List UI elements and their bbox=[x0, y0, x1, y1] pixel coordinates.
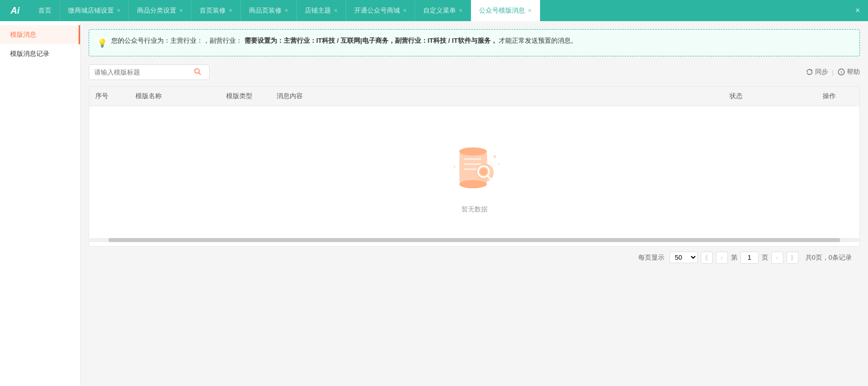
empty-illustration bbox=[444, 136, 505, 197]
tab-product-deco[interactable]: 商品页装修 × bbox=[241, 0, 297, 21]
main-layout: 模版消息 模版消息记录 💡 您的公众号行业为：主营行业：，副营行业： 需要设置为… bbox=[0, 21, 868, 386]
scroll-thumb[interactable] bbox=[108, 238, 840, 242]
table-header: 序号 模版名称 模版类型 消息内容 状态 操作 bbox=[89, 87, 859, 106]
page-suffix: 页 bbox=[762, 253, 768, 262]
close-tab-template-msg[interactable]: × bbox=[528, 7, 531, 14]
page-total: 共0页，0条记录 bbox=[806, 253, 852, 262]
svg-point-17 bbox=[453, 165, 455, 168]
first-page-button[interactable]: ⟪ bbox=[701, 252, 713, 264]
th-name: 模版名称 bbox=[129, 87, 220, 106]
search-button[interactable] bbox=[190, 65, 205, 80]
tab-open-mall[interactable]: 开通公众号商城 × bbox=[346, 0, 415, 21]
logo-text: Ai bbox=[11, 6, 20, 16]
th-content: 消息内容 bbox=[271, 87, 723, 106]
close-tab-home-deco[interactable]: × bbox=[229, 7, 232, 14]
close-tab-product-cat[interactable]: × bbox=[179, 7, 183, 14]
svg-point-6 bbox=[459, 147, 487, 156]
notice-icon: 💡 bbox=[97, 37, 107, 50]
pagination: 每页显示 50 10 20 100 ⟪ ‹ 第 页 › ⟫ 共0页，0条记录 bbox=[89, 247, 860, 269]
close-all-button[interactable]: × bbox=[847, 6, 868, 15]
tab-home[interactable]: 首页 bbox=[30, 0, 60, 21]
sidebar: 模版消息 模版消息记录 bbox=[0, 21, 81, 386]
sidebar-item-template-message[interactable]: 模版消息 bbox=[0, 25, 80, 44]
tab-template-msg[interactable]: 公众号模版消息 × bbox=[471, 0, 540, 21]
page-input[interactable] bbox=[741, 252, 759, 264]
page-label: 第 bbox=[731, 253, 738, 262]
close-tab-open-mall[interactable]: × bbox=[403, 7, 407, 14]
svg-text:?: ? bbox=[840, 70, 843, 75]
horizontal-scrollbar[interactable] bbox=[89, 238, 859, 242]
search-bar: 同步 | ? 帮助 bbox=[89, 64, 860, 80]
th-seq: 序号 bbox=[89, 87, 129, 106]
close-tab-product-deco[interactable]: × bbox=[285, 7, 288, 14]
svg-point-16 bbox=[498, 163, 500, 165]
table-wrapper: 序号 模版名称 模版类型 消息内容 状态 操作 bbox=[89, 86, 860, 247]
content-area: 💡 您的公众号行业为：主营行业：，副营行业： 需要设置为：主营行业：IT科技 /… bbox=[81, 21, 868, 386]
tab-custom-menu[interactable]: 自定义菜单 × bbox=[415, 0, 471, 21]
th-status: 状态 bbox=[723, 87, 799, 106]
prev-page-button[interactable]: ‹ bbox=[716, 252, 728, 264]
toolbar-right: 同步 | ? 帮助 bbox=[806, 67, 860, 76]
tab-product-cat[interactable]: 商品分类设置 × bbox=[129, 0, 191, 21]
sync-icon bbox=[806, 68, 813, 75]
tab-bar: Ai 首页 微商城店铺设置 × 商品分类设置 × 首页装修 × 商品页装修 × … bbox=[0, 0, 868, 21]
empty-text: 暂无数据 bbox=[461, 205, 488, 214]
th-type: 模版类型 bbox=[220, 87, 271, 106]
svg-line-1 bbox=[199, 72, 201, 74]
close-tab-shop-theme[interactable]: × bbox=[334, 7, 338, 14]
page-size-select[interactable]: 50 10 20 100 bbox=[670, 252, 698, 263]
close-tab-custom-menu[interactable]: × bbox=[459, 7, 462, 14]
close-tab-wechat-shop[interactable]: × bbox=[117, 7, 120, 14]
next-page-button[interactable]: › bbox=[771, 252, 783, 264]
notice-box: 💡 您的公众号行业为：主营行业：，副营行业： 需要设置为：主营行业：IT科技 /… bbox=[89, 29, 860, 56]
tab-shop-theme[interactable]: 店铺主题 × bbox=[297, 0, 346, 21]
sync-button[interactable]: 同步 bbox=[806, 67, 828, 76]
search-input-wrapper bbox=[89, 64, 210, 80]
sidebar-item-template-record[interactable]: 模版消息记录 bbox=[0, 44, 80, 63]
search-icon bbox=[194, 68, 201, 75]
tab-home-deco[interactable]: 首页装修 × bbox=[191, 0, 241, 21]
page-size-label: 每页显示 bbox=[638, 253, 664, 262]
search-input[interactable] bbox=[89, 65, 190, 79]
svg-point-15 bbox=[493, 155, 496, 158]
help-button[interactable]: ? 帮助 bbox=[838, 67, 860, 76]
svg-point-14 bbox=[480, 168, 487, 175]
notice-content: 您的公众号行业为：主营行业：，副营行业： 需要设置为：主营行业：IT科技 / 互… bbox=[111, 36, 577, 46]
empty-state: 暂无数据 bbox=[89, 106, 859, 234]
tab-wechat-shop[interactable]: 微商城店铺设置 × bbox=[60, 0, 129, 21]
th-op: 操作 bbox=[799, 87, 859, 106]
last-page-button[interactable]: ⟫ bbox=[786, 252, 798, 264]
help-icon: ? bbox=[838, 68, 845, 75]
toolbar-divider: | bbox=[832, 68, 834, 76]
logo: Ai bbox=[0, 0, 30, 21]
